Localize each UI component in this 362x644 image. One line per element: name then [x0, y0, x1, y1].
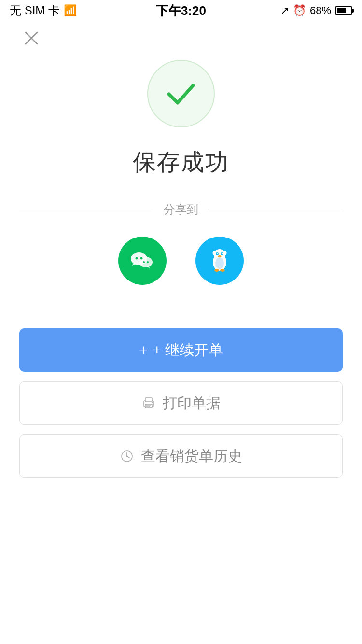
- svg-point-14: [217, 253, 218, 254]
- continue-label: + 继续开单: [153, 340, 223, 360]
- history-button[interactable]: 查看销货单历史: [19, 434, 343, 478]
- battery-percentage: 68%: [310, 4, 331, 17]
- svg-point-7: [147, 261, 149, 263]
- wifi-icon: 📶: [64, 4, 77, 17]
- svg-point-21: [223, 251, 227, 255]
- status-left: 无 SIM 卡 📶: [10, 3, 77, 18]
- share-label: 分享到: [164, 202, 198, 217]
- battery-indicator: [335, 6, 352, 15]
- share-divider: 分享到: [19, 202, 343, 217]
- print-label: 打印单据: [163, 393, 221, 413]
- svg-point-5: [140, 257, 143, 260]
- action-buttons: + + 继续开单 打印单据 查看销货单历史: [0, 328, 362, 478]
- status-right: ↗ ⏰ 68%: [280, 4, 352, 17]
- svg-point-20: [213, 251, 216, 255]
- svg-point-16: [218, 255, 222, 257]
- clock-icon: [120, 449, 134, 463]
- svg-rect-23: [145, 398, 152, 402]
- success-circle: [147, 60, 215, 127]
- svg-line-30: [127, 456, 129, 458]
- svg-point-4: [136, 257, 138, 260]
- location-icon: ↗: [280, 4, 289, 17]
- svg-point-19: [220, 269, 225, 272]
- printer-icon: [141, 396, 156, 410]
- svg-point-6: [143, 261, 145, 263]
- wechat-share-button[interactable]: [118, 237, 167, 285]
- share-icons: [19, 237, 343, 285]
- main-content: 保存成功 分享到: [0, 21, 362, 478]
- divider-line-right: [208, 210, 343, 210]
- svg-rect-24: [145, 404, 152, 408]
- history-label: 查看销货单历史: [141, 447, 242, 466]
- alarm-icon: ⏰: [293, 4, 306, 17]
- status-time: 下午3:20: [156, 2, 206, 19]
- no-sim-label: 无 SIM 卡: [10, 3, 60, 18]
- close-button[interactable]: [19, 26, 43, 50]
- close-icon: [25, 31, 38, 45]
- svg-point-18: [214, 269, 219, 272]
- qq-icon: [205, 246, 234, 275]
- status-bar: 无 SIM 卡 📶 下午3:20 ↗ ⏰ 68%: [0, 0, 362, 21]
- continue-button[interactable]: + + 继续开单: [19, 328, 343, 372]
- battery-icon: [335, 6, 352, 15]
- plus-icon: +: [139, 341, 148, 359]
- share-section: 分享到: [0, 202, 362, 294]
- svg-point-17: [215, 257, 224, 269]
- check-icon: [164, 77, 198, 111]
- wechat-icon: [128, 246, 157, 275]
- svg-point-27: [152, 402, 153, 403]
- success-title: 保存成功: [133, 147, 229, 178]
- divider-line-left: [19, 210, 154, 210]
- qq-share-button[interactable]: [195, 237, 244, 285]
- print-button[interactable]: 打印单据: [19, 381, 343, 425]
- svg-point-15: [222, 253, 223, 254]
